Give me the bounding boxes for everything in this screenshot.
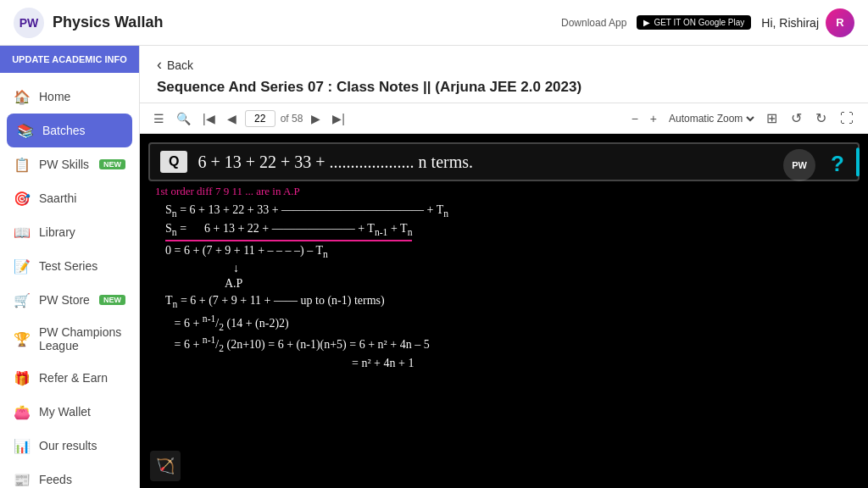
math-content: Q 6 + 13 + 22 + 33 + ...................… [140, 134, 868, 488]
pdf-last-page-btn[interactable]: ▶| [329, 110, 348, 127]
eq-arrow: ↓ [233, 262, 860, 275]
sidebar-item-saarthi[interactable]: 🎯 Saarthi [0, 181, 139, 215]
sidebar-label-home: Home [39, 90, 70, 103]
top-navigation: PW Physics Wallah Download App ▶ GET IT … [0, 0, 868, 46]
pw-logo: PW [14, 8, 44, 38]
eq-line-expand1: = 6 + n-1/2 (14 + (n-2)2) [165, 313, 860, 332]
sidebar-label-pw-skills: PW Skills [39, 158, 89, 171]
pdf-menu-btn[interactable]: ☰ [150, 110, 168, 127]
pdf-page-input[interactable] [245, 110, 275, 127]
library-icon: 📖 [14, 224, 31, 241]
sidebar-item-refer-earn[interactable]: 🎁 Refer & Earn [0, 361, 139, 395]
sidebar-label-pw-champions: PW Champions League [39, 325, 125, 352]
q-badge: Q [160, 151, 187, 173]
pdf-canvas: Q 6 + 13 + 22 + 33 + ...................… [140, 134, 868, 488]
play-icon: ▶ [643, 18, 650, 27]
content-header: ‹ Back Sequence And Series 07 : Class No… [140, 46, 868, 103]
sidebar-item-library[interactable]: 📖 Library [0, 215, 139, 249]
download-label: Download App [561, 17, 626, 29]
sidebar: UPDATE ACADEMIC INFO 🏠 Home 📚 Batches 📋 … [0, 46, 140, 488]
top-nav-left: PW Physics Wallah [14, 8, 163, 38]
top-nav-right: Download App ▶ GET IT ON Google Play Hi,… [561, 8, 854, 37]
refer-earn-icon: 🎁 [14, 369, 31, 386]
pdf-prev-page-btn[interactable]: ◀ [224, 110, 240, 127]
user-info: Hi, Rishiraj R [761, 8, 854, 37]
eq-line-1: Sn = 6 + 13 + 22 + 33 + ———————————— + T… [165, 203, 860, 219]
eq-line-3: 0 = 6 + (7 + 9 + 11 + – – – –) – Tn [165, 244, 860, 260]
math-equations: Sn = 6 + 13 + 22 + 33 + ———————————— + T… [148, 203, 860, 370]
eq-line-2: Sn = 6 + 13 + 22 + ——————— + Tn-1 + Tn [165, 222, 860, 241]
back-button[interactable]: ‹ Back [157, 56, 851, 74]
sidebar-nav: 🏠 Home 📚 Batches 📋 PW Skills NEW 🎯 Saart… [0, 73, 139, 488]
pdf-screenshot-btn[interactable]: ⊞ [762, 108, 782, 128]
test-series-icon: 📝 [14, 258, 31, 274]
user-avatar[interactable]: R [826, 8, 854, 37]
sidebar-item-test-series[interactable]: 📝 Test Series [0, 249, 139, 283]
sidebar-label-my-wallet: My Wallet [39, 405, 91, 419]
annotation-text: 1st order diff 7 9 11 ... are in A.P [155, 185, 860, 198]
content-area: ‹ Back Sequence And Series 07 : Class No… [140, 46, 868, 488]
sidebar-label-batches: Batches [42, 124, 86, 137]
sidebar-label-library: Library [39, 225, 75, 239]
sidebar-label-pw-store: PW Store [39, 293, 90, 307]
app-title: Physics Wallah [53, 14, 163, 31]
sidebar-item-feeds[interactable]: 📰 Feeds [0, 463, 139, 488]
home-icon: 🏠 [14, 88, 31, 105]
sidebar-item-pw-champions[interactable]: 🏆 PW Champions League [0, 317, 139, 361]
sidebar-label-feeds: Feeds [39, 473, 72, 486]
sidebar-item-batches[interactable]: 📚 Batches [7, 114, 132, 147]
question-mark-icon: ? [831, 151, 844, 177]
user-greeting: Hi, Rishiraj [761, 16, 819, 30]
pdf-toolbar-right: ⊞ ↺ ↻ ⛶ [762, 108, 858, 128]
pdf-zoom-select[interactable]: Automatic Zoom [665, 112, 757, 125]
pw-store-icon: 🛒 [14, 291, 31, 308]
sidebar-label-saarthi: Saarthi [39, 191, 76, 205]
pdf-rotate-cw-btn[interactable]: ↻ [811, 108, 831, 128]
sidebar-label-refer-earn: Refer & Earn [39, 371, 108, 385]
archer-icon: 🏹 [150, 451, 181, 481]
new-badge-pw-store: NEW [99, 295, 125, 305]
sidebar-item-our-results[interactable]: 📊 Our results [0, 429, 139, 463]
teal-accent-bar [856, 147, 860, 176]
sidebar-label-our-results: Our results [39, 439, 97, 452]
pdf-rotate-ccw-btn[interactable]: ↺ [787, 108, 806, 128]
google-play-text: GET IT ON Google Play [654, 18, 744, 27]
eq-line-expand2: = 6 + n-1/2 (2n+10) = 6 + (n-1)(n+5) = 6… [165, 336, 860, 354]
sidebar-item-pw-skills[interactable]: 📋 PW Skills NEW [0, 147, 139, 181]
new-badge-pw-skills: NEW [99, 159, 125, 169]
saarthi-icon: 🎯 [14, 190, 31, 207]
feeds-icon: 📰 [14, 471, 31, 488]
results-icon: 📊 [14, 437, 31, 454]
wallet-icon: 👛 [14, 403, 31, 420]
pdf-zoom-out-btn[interactable]: − [628, 110, 642, 127]
pdf-viewer: Q 6 + 13 + 22 + 33 + ...................… [140, 134, 868, 488]
pw-champions-icon: 🏆 [14, 330, 31, 347]
question-text: 6 + 13 + 22 + 33 + .................... … [198, 152, 473, 172]
document-title: Sequence And Series 07 : Class Notes || … [157, 79, 851, 96]
pdf-toolbar: ☰ 🔍 |◀ ◀ of 58 ▶ ▶| − + Automatic Zoom ⊞… [140, 103, 868, 134]
sidebar-item-pw-store[interactable]: 🛒 PW Store NEW [0, 283, 139, 317]
batches-icon: 📚 [17, 122, 34, 139]
eq-tn-def: Tn = 6 + (7 + 9 + 11 + —— up to (n-1) te… [165, 294, 860, 310]
pw-skills-icon: 📋 [14, 156, 31, 173]
back-label: Back [167, 58, 193, 72]
google-play-badge[interactable]: ▶ GET IT ON Google Play [637, 15, 751, 30]
eq-ap: A.P [225, 277, 860, 291]
sidebar-item-home[interactable]: 🏠 Home [0, 80, 139, 114]
eq-line-final: = n² + 4n + 1 [352, 357, 860, 370]
sidebar-item-my-wallet[interactable]: 👛 My Wallet [0, 395, 139, 429]
main-layout: UPDATE ACADEMIC INFO 🏠 Home 📚 Batches 📋 … [0, 46, 868, 488]
pw-watermark: PW [783, 149, 815, 181]
pdf-next-page-btn[interactable]: ▶ [308, 110, 324, 127]
pdf-page-total: of 58 [281, 113, 303, 125]
pdf-first-page-btn[interactable]: |◀ [199, 110, 219, 127]
pdf-search-btn[interactable]: 🔍 [173, 110, 194, 127]
sidebar-label-test-series: Test Series [39, 259, 97, 273]
pdf-fullscreen-btn[interactable]: ⛶ [836, 109, 858, 128]
update-academic-btn[interactable]: UPDATE ACADEMIC INFO [0, 46, 139, 73]
back-arrow-icon: ‹ [157, 56, 162, 74]
pdf-zoom-in-btn[interactable]: + [647, 110, 660, 127]
pdf-toolbar-left: ☰ 🔍 |◀ ◀ of 58 ▶ ▶| − + Automatic Zoom [150, 110, 757, 127]
